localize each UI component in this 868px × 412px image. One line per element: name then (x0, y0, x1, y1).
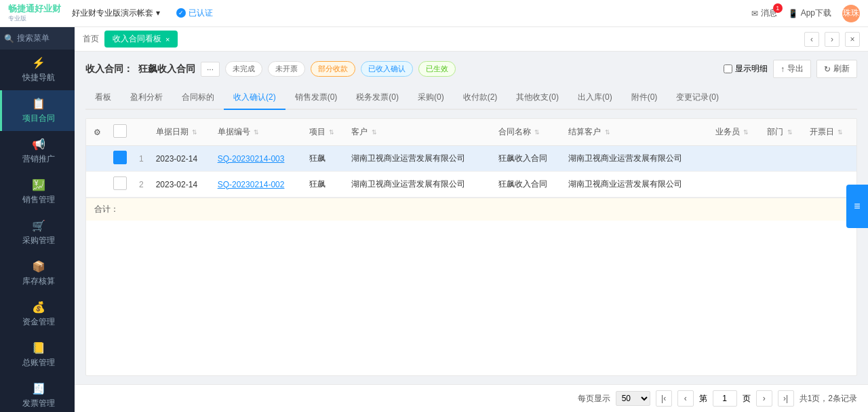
col-department[interactable]: 部门 ⇅ (762, 119, 804, 146)
row-number-link[interactable]: SQ-20230214-003 (218, 154, 285, 164)
row-number-link[interactable]: SQ-20230214-002 (218, 180, 285, 189)
settings-icon[interactable]: ⚙ (94, 128, 101, 137)
right-action-button[interactable]: ≡ (849, 190, 865, 223)
sidebar-item-label: 营销推广 (22, 153, 55, 165)
select-all-checkbox[interactable] (113, 124, 127, 138)
status-partial-collected[interactable]: 部分收款 (311, 61, 355, 77)
status-effective[interactable]: 已生效 (418, 61, 456, 77)
tab-next-button[interactable]: › (825, 32, 840, 47)
tab-attachments[interactable]: 附件(0) (622, 86, 667, 110)
avatar: 珠珠 (842, 5, 860, 22)
show-details-checkbox[interactable]: 显示明细 (724, 63, 768, 75)
tab-prev-button[interactable]: ‹ (804, 32, 819, 47)
active-tab[interactable]: 收入合同看板 × (104, 31, 178, 48)
row-customer-cell: 湖南卫视商业运营发展有限公司 (346, 172, 492, 198)
certified-badge: ✓ 已认证 (176, 7, 213, 19)
status-not-complete[interactable]: 未完成 (225, 61, 262, 77)
page-unit: 页 (743, 393, 751, 405)
refresh-icon: ↻ (824, 64, 831, 74)
row-contract-name-cell: 狂飙收入合同 (493, 172, 563, 198)
col-contract-name[interactable]: 合同名称 ⇅ (493, 119, 563, 146)
page-number-input[interactable] (713, 390, 737, 407)
company-name: 好业财专业版演示帐套 (72, 7, 153, 19)
page-prev-button[interactable]: ‹ (677, 390, 694, 407)
tab-close-button[interactable]: × (165, 35, 170, 43)
company-selector[interactable]: 好业财专业版演示帐套 ▾ (72, 7, 160, 19)
table-select-all[interactable] (108, 119, 132, 146)
message-button[interactable]: ✉ 消息 1 (751, 7, 777, 19)
check-icon: ✓ (176, 8, 186, 18)
contract-prefix: 收入合同： (85, 63, 133, 75)
sidebar-item-label: 总账管理 (22, 357, 55, 369)
purchase-icon: 🛒 (32, 219, 45, 232)
row-num-cell: 1 (132, 146, 151, 172)
per-page-select[interactable]: 50 100 (616, 391, 650, 406)
col-open-date[interactable]: 开票日 ⇅ (804, 119, 856, 146)
sidebar-item-invoice[interactable]: 🧾 发票管理 (0, 375, 75, 412)
page-first-button[interactable]: |‹ (656, 390, 672, 407)
tab-sales-invoice[interactable]: 销售发票(0) (285, 86, 347, 110)
row-number-cell[interactable]: SQ-20230214-002 (212, 172, 304, 198)
tab-outbound[interactable]: 出入库(0) (568, 86, 622, 110)
tab-other-income[interactable]: 其他收支(0) (507, 86, 568, 110)
col-billing-customer[interactable]: 结算客户 ⇅ (563, 119, 709, 146)
sidebar-item-label: 项目合同 (22, 113, 55, 124)
sidebar-item-purchase[interactable]: 🛒 采购管理 (0, 212, 75, 253)
sidebar-item-label: 库存核算 (22, 276, 55, 287)
sidebar-item-general-ledger[interactable]: 📒 总账管理 (0, 335, 75, 375)
sidebar-item-project-contract[interactable]: 📋 项目合同 (0, 90, 75, 131)
show-details-label: 显示明细 (735, 63, 768, 75)
user-avatar[interactable]: 珠珠 (842, 5, 860, 22)
tab-tax-invoice[interactable]: 税务发票(0) (347, 86, 408, 110)
col-customer[interactable]: 客户 ⇅ (346, 119, 492, 146)
more-button[interactable]: ··· (201, 62, 220, 77)
row-number-cell[interactable]: SQ-20230214-003 (212, 146, 304, 172)
contract-title: 狂飙收入合同 (138, 63, 195, 75)
invoice-icon: 🧾 (32, 382, 45, 395)
row-checkbox-cell[interactable] (108, 146, 132, 172)
col-project[interactable]: 项目 ⇅ (304, 119, 347, 146)
export-icon: ↑ (781, 64, 785, 74)
row-checkbox[interactable] (113, 151, 127, 164)
tab-contract-info[interactable]: 合同标的 (172, 86, 224, 110)
table-settings-col[interactable]: ⚙ (86, 119, 108, 146)
refresh-button[interactable]: ↻ 刷新 (816, 60, 857, 78)
sidebar-item-sales[interactable]: 💹 销售管理 (0, 172, 75, 212)
page-total-info: 共1页，2条记录 (800, 393, 857, 405)
sidebar-item-inventory[interactable]: 📦 库存核算 (0, 253, 75, 294)
page-next-button[interactable]: › (756, 390, 772, 407)
tab-purchase[interactable]: 采购(0) (408, 86, 454, 110)
tab-profit[interactable]: 盈利分析 (121, 86, 172, 110)
export-button[interactable]: ↑ 导出 (773, 60, 811, 78)
row-checkbox-cell[interactable] (108, 172, 132, 198)
tab-close-all-button[interactable]: × (845, 32, 860, 47)
sidebar-item-funds[interactable]: 💰 资金管理 (0, 294, 75, 335)
page-last-button[interactable]: ›| (778, 390, 794, 407)
tab-dashboard[interactable]: 看板 (85, 86, 121, 110)
row-checkbox[interactable] (113, 176, 127, 190)
table-footer: 合计： (86, 198, 856, 221)
sidebar-item-label: 资金管理 (22, 316, 55, 328)
status-confirmed[interactable]: 已收入确认 (361, 61, 413, 77)
row-billing-customer-cell: 湖南卫视商业运营发展有限公司 (563, 146, 709, 172)
search-menu-label: 搜索菜单 (17, 33, 50, 44)
col-date[interactable]: 单据日期 ⇅ (151, 119, 212, 146)
table-row[interactable]: 2 2023-02-14 SQ-20230214-002 狂飙 湖南卫视商业运营… (86, 172, 856, 198)
col-rownum (132, 119, 151, 146)
home-tab[interactable]: 首页 (83, 33, 99, 45)
row-open-date-cell (804, 146, 856, 172)
status-not-invoiced[interactable]: 未开票 (268, 61, 305, 77)
project-contract-icon: 📋 (32, 97, 45, 110)
sidebar-item-quick-nav[interactable]: ⚡ 快捷导航 (0, 50, 75, 90)
app-download-button[interactable]: 📱 App下载 (788, 7, 831, 19)
row-settings-cell (86, 146, 108, 172)
col-number[interactable]: 单据编号 ⇅ (212, 119, 304, 146)
table-row[interactable]: 1 2023-02-14 SQ-20230214-003 狂飙 湖南卫视商业运营… (86, 146, 856, 172)
tab-change-log[interactable]: 变更记录(0) (667, 86, 728, 110)
tab-payment[interactable]: 收付款(2) (454, 86, 507, 110)
sidebar-item-marketing[interactable]: 📢 营销推广 (0, 131, 75, 172)
show-details-input[interactable] (724, 64, 732, 73)
col-salesman[interactable]: 业务员 ⇅ (710, 119, 762, 146)
search-menu-item[interactable]: 🔍 搜索菜单 (0, 27, 75, 50)
tab-income-confirm[interactable]: 收入确认(2) (224, 86, 285, 110)
